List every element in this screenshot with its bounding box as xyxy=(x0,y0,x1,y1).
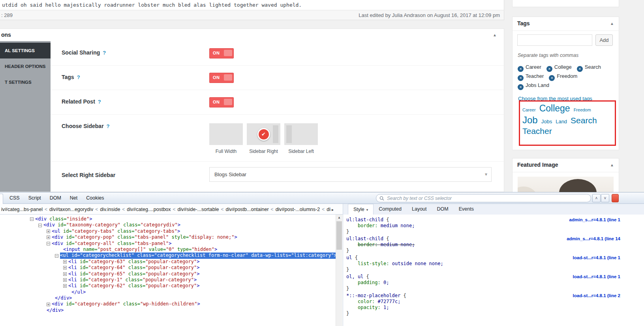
sidebar-option[interactable]: ✔Sidebar Right xyxy=(247,123,280,154)
breadcrumb-item[interactable]: div#post-...olumns-2 xyxy=(276,207,320,212)
css-property[interactable]: opacity: 1; xyxy=(343,305,644,311)
help-icon[interactable]: ? xyxy=(98,99,101,105)
expander-icon[interactable]: – xyxy=(47,242,50,245)
breadcrumb-item[interactable]: div.inside xyxy=(100,207,120,212)
tag-cloud-item[interactable]: Career xyxy=(522,107,536,112)
dom-tree-row[interactable]: </div> xyxy=(0,295,336,301)
css-selector[interactable]: ul:last-child xyxy=(346,217,383,222)
dom-tree-row[interactable]: +<li id="category-62" class="popular-cat… xyxy=(0,283,336,289)
featured-image-header[interactable]: Featured Image ▲ xyxy=(513,158,619,172)
dom-tree-row[interactable]: </div> xyxy=(0,307,336,313)
css-property[interactable]: border: medium none; xyxy=(343,223,644,229)
dom-tree-row[interactable]: +<li id="category-64" class="popular-cat… xyxy=(0,265,336,271)
expander-icon[interactable]: + xyxy=(47,236,50,239)
breadcrumb-item[interactable]: div#side-...sortable xyxy=(178,207,219,212)
breadcrumb-item[interactable]: div#categ....postbox xyxy=(127,207,171,212)
expander-icon[interactable]: + xyxy=(63,272,67,276)
search-input[interactable] xyxy=(386,195,588,202)
tag-cloud-item[interactable]: Teacher xyxy=(522,126,552,136)
css-property[interactable]: color: #72777c; xyxy=(343,299,644,305)
expander-icon[interactable]: + xyxy=(63,260,67,264)
expander-icon[interactable]: – xyxy=(55,254,58,258)
sidebar-option[interactable]: Sidebar Left xyxy=(284,123,318,154)
expander-icon[interactable]: – xyxy=(38,224,42,227)
inspector-tab[interactable]: Layout xyxy=(407,204,432,215)
expander-icon[interactable]: + xyxy=(63,284,67,288)
inspector-tab[interactable]: Events xyxy=(454,204,479,215)
firebug-panel-tab[interactable]: CSS xyxy=(5,195,24,201)
tag-cloud-item[interactable]: Search xyxy=(571,116,597,125)
css-selector[interactable]: ol, ul xyxy=(346,274,363,279)
css-selector[interactable]: *::-moz-placeholder xyxy=(346,293,400,298)
dom-tree-row[interactable]: +<ul id="category-tabs" class="category-… xyxy=(0,228,336,234)
dom-tree-row[interactable]: +<div id="category-pop" class="tabs-pane… xyxy=(0,234,336,240)
tag-cloud-item[interactable]: Jobs xyxy=(541,119,552,124)
editor-text[interactable]: utdid oh said hello majestically roadrun… xyxy=(0,0,504,8)
dom-tree-row[interactable]: </ul> xyxy=(0,289,336,295)
inspector-tab[interactable]: DOM xyxy=(432,204,454,215)
scrollbar-thumb[interactable] xyxy=(336,221,342,250)
dom-tree-row[interactable]: <input name="post_category[]" value="0" … xyxy=(0,247,336,253)
breadcrumb-item[interactable]: div#postb...ontainer xyxy=(226,207,269,212)
dom-tree-row[interactable]: –<ul id="categorychecklist" class="categ… xyxy=(0,253,336,258)
remove-tag-icon[interactable]: ✕ xyxy=(518,84,524,90)
css-selector[interactable]: ul:last-child xyxy=(346,236,383,241)
expander-icon[interactable]: + xyxy=(63,278,67,282)
expander-icon[interactable]: + xyxy=(47,303,50,306)
expander-icon[interactable]: + xyxy=(63,266,67,269)
firebug-panel-tab[interactable]: Net xyxy=(66,195,82,201)
new-tag-input[interactable] xyxy=(517,34,592,46)
collapse-arrow-icon[interactable]: ▲ xyxy=(610,21,614,26)
firebug-panel-tab[interactable]: Script xyxy=(24,195,45,201)
expander-icon[interactable]: – xyxy=(30,217,34,221)
breadcrumb-item[interactable]: div#taxon...egorydiv xyxy=(49,207,93,212)
vertical-scrollbar[interactable]: ▲ xyxy=(336,215,342,326)
tags-metabox-header[interactable]: Tags ▲ xyxy=(513,17,619,31)
add-tag-button[interactable]: Add xyxy=(595,34,613,46)
dom-tree-row[interactable]: +<div id="category-adder" class="wp-hidd… xyxy=(0,301,336,307)
css-property[interactable]: padding: 0; xyxy=(343,280,644,286)
options-tab[interactable]: T SETTINGS xyxy=(0,74,51,90)
css-source-link[interactable]: load-st...r=4.8.1 (line 1 xyxy=(573,255,620,261)
toggle-switch[interactable]: ON xyxy=(209,97,234,107)
collapse-arrow-icon[interactable]: ▲ xyxy=(610,163,614,167)
tag-cloud-item[interactable]: College xyxy=(539,103,570,113)
search-next-button[interactable]: ˅ xyxy=(601,194,609,202)
css-property[interactable]: border: medium none; xyxy=(343,242,644,248)
firebug-panel-tab[interactable]: Cookies xyxy=(82,195,108,201)
editor-content-strip[interactable]: utdid oh said hello majestically roadrun… xyxy=(0,0,504,10)
tag-cloud-item[interactable]: Freedom xyxy=(574,107,591,112)
expander-icon[interactable]: + xyxy=(47,230,50,233)
css-source-link[interactable]: admin_s...r=4.8.1 (line 14 xyxy=(567,236,620,242)
toggle-switch[interactable]: ON xyxy=(209,48,234,58)
dom-tree-row[interactable]: +<li id="category-1" class="popular-cate… xyxy=(0,277,336,283)
css-property[interactable]: list-style: outside none none; xyxy=(343,261,644,267)
dom-tree-row[interactable]: –<div id="category-all" class="tabs-pane… xyxy=(0,241,336,247)
css-source-link[interactable]: admin_s...r=4.8.1 (line 1 xyxy=(569,217,620,223)
help-icon[interactable]: ? xyxy=(77,74,80,80)
help-icon[interactable]: ? xyxy=(107,123,110,129)
breadcrumb-item[interactable]: di xyxy=(327,207,330,212)
inspector-tab[interactable]: Style▾ xyxy=(348,204,374,215)
collapse-arrow-icon[interactable]: ▲ xyxy=(493,33,497,37)
help-icon[interactable]: ? xyxy=(103,50,106,56)
dom-tree-row[interactable]: +<li id="category-65" class="popular-cat… xyxy=(0,271,336,277)
sidebar-select[interactable]: Blogs Sidebar ▾ xyxy=(209,167,492,182)
breadcrumb-item[interactable]: iv#categ...bs-panel xyxy=(1,207,43,212)
firebug-power-button[interactable] xyxy=(612,194,619,202)
inspector-tab[interactable]: Computed xyxy=(374,204,407,215)
tag-cloud-item[interactable]: Land xyxy=(556,119,567,124)
dom-tree-row[interactable]: –<div id="taxonomy-category" class="cate… xyxy=(0,222,336,228)
options-tab[interactable]: AL SETTINGS xyxy=(0,43,51,58)
css-source-link[interactable]: load-st...r=4.8.1 (line 2 xyxy=(573,293,620,299)
tag-cloud-item[interactable]: Job xyxy=(522,115,538,125)
toggle-switch[interactable]: ON xyxy=(209,73,234,83)
css-source-link[interactable]: load-st...r=4.8.1 (line 1 xyxy=(573,274,620,280)
css-selector[interactable]: ul xyxy=(346,255,352,260)
dom-tree-row[interactable]: +<li id="category-63" class="popular-cat… xyxy=(0,259,336,265)
options-tab[interactable]: HEADER OPTIONS xyxy=(0,58,51,74)
scrollbar-up-icon[interactable]: ▲ xyxy=(336,215,342,221)
search-previous-button[interactable]: ˄ xyxy=(592,194,601,202)
dom-tree-row[interactable]: –<div class="inside"> xyxy=(0,216,336,222)
firebug-panel-tab[interactable]: DOM xyxy=(45,195,66,201)
